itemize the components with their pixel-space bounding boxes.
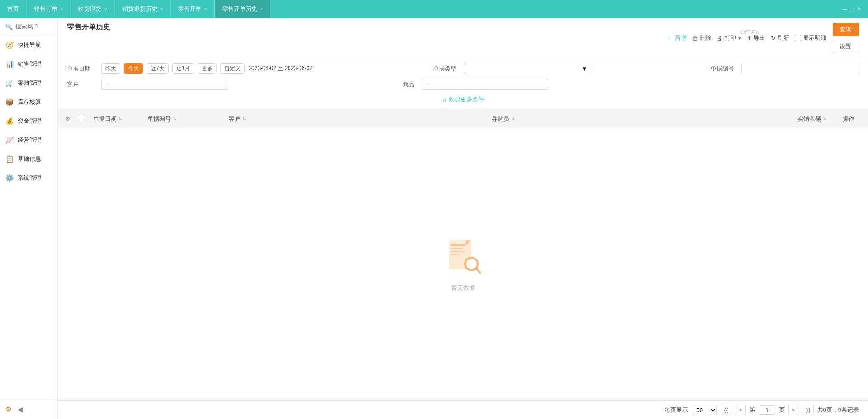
th-customer-sort-icon: ⇅ bbox=[242, 116, 246, 121]
doc-type-select[interactable]: ▾ bbox=[464, 63, 590, 74]
goods-input[interactable]: ··· bbox=[422, 79, 548, 90]
th-amount-sort-icon: ⇅ bbox=[823, 116, 826, 121]
top-bar: 首页 销售订单 × 销货退货 × 销货退货历史 × 零售开单 × 零售开单历史 … bbox=[0, 0, 868, 18]
th-customer[interactable]: 客户 ⇅ bbox=[223, 115, 486, 123]
tab-sales-order[interactable]: 销售订单 × bbox=[27, 0, 71, 18]
per-page-select[interactable]: 20 50 100 bbox=[692, 405, 717, 415]
window-close-button[interactable]: × bbox=[857, 6, 861, 13]
sidebar-item-system-mgmt-label: 系统管理 bbox=[18, 174, 41, 182]
svg-line-8 bbox=[476, 268, 480, 273]
tab-retail-open-close[interactable]: × bbox=[204, 6, 207, 12]
tab-sales-return-label: 销货退货 bbox=[78, 5, 101, 13]
sidebar-item-quick-nav[interactable]: 🧭 快捷导航 bbox=[0, 36, 57, 55]
collapse-label: 收起更多条件 bbox=[449, 95, 484, 104]
collapse-icon: ∧ bbox=[442, 96, 447, 103]
filter-area: 单据日期 昨天 今天 近7天 近1月 更多 自定义 2023-06-02 至 2… bbox=[58, 57, 868, 110]
filter-row-1: 单据日期 昨天 今天 近7天 近1月 更多 自定义 2023-06-02 至 2… bbox=[67, 63, 859, 74]
sidebar-search[interactable]: 🔍 搜索菜单 bbox=[0, 18, 57, 36]
sidebar-item-inventory-label: 库存核算 bbox=[18, 98, 41, 106]
basic-info-icon: 📋 bbox=[5, 155, 14, 163]
th-date[interactable]: 单据日期 ⇅ bbox=[88, 115, 142, 123]
add-icon: ＋ bbox=[667, 34, 673, 42]
tab-bar: 首页 销售订单 × 销货退货 × 销货退货历史 × 零售开单 × 零售开单历史 … bbox=[0, 0, 835, 18]
tab-retail-open[interactable]: 零售开单 × bbox=[171, 0, 214, 18]
table-header: ⚙ 单据日期 ⇅ 单据编号 ⇅ 客户 ⇅ 导购员 ⇅ bbox=[58, 110, 868, 127]
tab-sales-return-close[interactable]: × bbox=[104, 6, 107, 12]
sidebar-item-basic-info-label: 基础信息 bbox=[18, 155, 41, 163]
tab-sales-return-history-label: 销货退货历史 bbox=[122, 5, 157, 13]
tab-home[interactable]: 首页 bbox=[0, 0, 27, 18]
table-select-all[interactable] bbox=[74, 115, 88, 122]
query-button[interactable]: 查询 bbox=[833, 23, 859, 36]
page-header: 零售开单历史 ＋ 新增 🗑 删除 🖨 打印 ▾ ⬆ 导出 bbox=[58, 18, 868, 57]
sidebar-settings-icon[interactable]: ⚙ bbox=[5, 405, 12, 414]
sidebar-item-inventory[interactable]: 📦 库存核算 bbox=[0, 93, 57, 112]
add-label: 新增 bbox=[675, 34, 687, 42]
collapse-button[interactable]: ∧ 收起更多条件 bbox=[442, 94, 484, 104]
tab-retail-open-history-label: 零售开单历史 bbox=[222, 5, 257, 13]
sidebar-collapse-icon[interactable]: ◀ bbox=[17, 405, 23, 414]
date-btn-today[interactable]: 今天 bbox=[124, 63, 143, 74]
date-range-display: 2023-06-02 至 2023-06-02 bbox=[248, 65, 312, 72]
tab-sales-return-history-close[interactable]: × bbox=[160, 6, 163, 12]
toolbar: ＋ 新增 🗑 删除 🖨 打印 ▾ ⬆ 导出 ↻ 刷新 bbox=[667, 23, 859, 57]
date-btn-1month[interactable]: 近1月 bbox=[172, 63, 194, 74]
operations-icon: 📈 bbox=[5, 136, 14, 144]
window-min-button[interactable]: ─ bbox=[842, 6, 846, 13]
date-btn-7days[interactable]: 近7天 bbox=[147, 63, 169, 74]
tab-retail-open-label: 零售开单 bbox=[178, 5, 201, 13]
per-page-label: 每页显示 bbox=[664, 406, 688, 414]
tab-sales-order-close[interactable]: × bbox=[60, 6, 63, 12]
delete-icon: 🗑 bbox=[692, 35, 698, 42]
sidebar-item-system-mgmt[interactable]: ⚙️ 系统管理 bbox=[0, 169, 57, 188]
page-suffix: 页 bbox=[779, 406, 785, 414]
sidebar: 🔍 搜索菜单 🧭 快捷导航 📊 销售管理 🛒 采购管理 📦 库存核算 💰 资金管… bbox=[0, 18, 58, 419]
date-btn-yesterday[interactable]: 昨天 bbox=[101, 63, 120, 74]
last-page-button[interactable]: ⟩⟩ bbox=[803, 405, 814, 415]
th-num[interactable]: 单据编号 ⇅ bbox=[142, 115, 223, 123]
next-page-button[interactable]: ＞ bbox=[788, 405, 799, 415]
print-button[interactable]: 🖨 打印 ▾ bbox=[717, 34, 741, 42]
export-icon: ⬆ bbox=[747, 35, 752, 42]
svg-rect-4 bbox=[451, 254, 460, 255]
refresh-button[interactable]: ↻ 刷新 bbox=[771, 34, 789, 42]
export-button[interactable]: ⬆ 导出 bbox=[747, 34, 765, 42]
sidebar-item-finance-label: 资金管理 bbox=[18, 117, 41, 125]
setting-button[interactable]: 设置 bbox=[832, 40, 859, 53]
th-guide[interactable]: 导购员 ⇅ bbox=[486, 115, 541, 123]
date-btn-custom[interactable]: 自定义 bbox=[220, 63, 245, 74]
prev-page-button[interactable]: ＜ bbox=[735, 405, 746, 415]
doc-type-value bbox=[468, 65, 470, 72]
window-controls: ─ □ × bbox=[835, 6, 868, 13]
add-button[interactable]: ＋ 新增 bbox=[667, 34, 687, 42]
first-page-button[interactable]: ⟨⟨ bbox=[721, 405, 731, 415]
page-input[interactable] bbox=[759, 405, 775, 415]
tab-sales-return-history[interactable]: 销货退货历史 × bbox=[115, 0, 171, 18]
refresh-label: 刷新 bbox=[778, 34, 789, 42]
th-amount[interactable]: 实销金额 ⇅ bbox=[792, 115, 837, 123]
sidebar-item-quick-nav-label: 快捷导航 bbox=[18, 41, 41, 49]
sidebar-item-purchase-mgmt[interactable]: 🛒 采购管理 bbox=[0, 74, 57, 93]
doc-num-input[interactable] bbox=[741, 63, 859, 74]
select-all-checkbox bbox=[78, 115, 84, 121]
delete-button[interactable]: 🗑 删除 bbox=[692, 34, 711, 42]
tab-retail-open-history[interactable]: 零售开单历史 × bbox=[215, 0, 270, 18]
tab-sales-return[interactable]: 销货退货 × bbox=[71, 0, 114, 18]
doc-num-label: 单据编号 bbox=[707, 65, 734, 73]
tab-retail-open-history-close[interactable]: × bbox=[260, 6, 263, 12]
action-btns: 查询 设置 bbox=[832, 23, 859, 53]
export-label: 导出 bbox=[754, 34, 765, 42]
sidebar-item-basic-info[interactable]: 📋 基础信息 bbox=[0, 150, 57, 169]
customer-input[interactable]: ··· bbox=[101, 79, 228, 90]
show-detail-button[interactable]: 显示明细 bbox=[795, 34, 826, 42]
collapse-row: ∧ 收起更多条件 bbox=[67, 94, 859, 104]
window-max-button[interactable]: □ bbox=[850, 6, 854, 13]
table-settings-icon[interactable]: ⚙ bbox=[62, 115, 74, 122]
th-action: 操作 bbox=[837, 115, 864, 123]
sidebar-item-finance[interactable]: 💰 资金管理 bbox=[0, 112, 57, 131]
sidebar-item-operations[interactable]: 📈 经营管理 bbox=[0, 131, 57, 150]
sidebar-search-label: 搜索菜单 bbox=[15, 23, 39, 31]
date-btn-more[interactable]: 更多 bbox=[198, 63, 217, 74]
th-num-sort-icon: ⇅ bbox=[173, 116, 176, 121]
sidebar-item-sales-mgmt[interactable]: 📊 销售管理 bbox=[0, 55, 57, 74]
